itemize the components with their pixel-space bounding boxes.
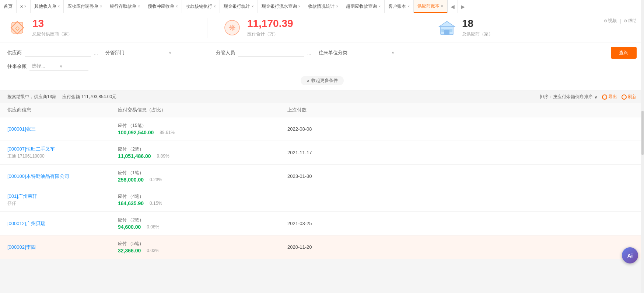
chevron-down-icon: ∨ (594, 94, 598, 100)
supplier-cell: [000012]广州贝瑞 (7, 220, 118, 227)
close-icon[interactable]: × (138, 4, 140, 8)
nav-tab-3[interactable]: 3 × (17, 0, 31, 13)
lastpay-cell: 2022-08-08 (287, 126, 637, 132)
transaction-cell: 应付 （2笔） 11,051,486.00 9.89% (118, 146, 287, 159)
supplier-link[interactable]: [000012]广州贝瑞 (7, 221, 45, 226)
nav-tab-collection[interactable]: 收款核销执行 × (182, 0, 220, 13)
query-button[interactable]: 查询 (611, 47, 637, 59)
nav-next-button[interactable]: ▶ (458, 0, 468, 13)
close-icon[interactable]: × (24, 4, 27, 8)
close-icon[interactable]: × (252, 4, 254, 8)
filter-row-1: 供应商 ... 分管部门 ∨ 分管人员 ... 往来单位分类 ∨ 查询 (7, 47, 637, 59)
filter-supplier: 供应商 ... (7, 49, 98, 57)
nav-tab-prepay[interactable]: 预收冲应收单 × (144, 0, 182, 13)
last-pay-date: 2023-01-30 (287, 173, 312, 179)
refresh-button[interactable]: 刷新 (622, 94, 637, 100)
supplier-sub: 仔仔 (7, 200, 118, 207)
export-button[interactable]: 导出 (602, 94, 617, 100)
filter-row-2: 往来余额 选择... ∨ (7, 62, 637, 71)
result-actions: 排序：按应付余额倒序排序 ∨ 导出 刷新 (540, 94, 637, 100)
nav-tab-cash-flow[interactable]: 现金银行流水查询 × (258, 0, 305, 13)
collapse-button[interactable]: ∧ 收起更多条件 (301, 76, 344, 85)
close-icon[interactable]: × (298, 4, 301, 8)
stat-payable-suppliers: ◇ 13 总应付供应商（家） (7, 18, 207, 38)
lastpay-cell: 2021-03-25 (287, 221, 637, 226)
chevron-down-icon: ∨ (60, 64, 86, 68)
table-row[interactable]: [001]广州荣轩 仔仔 应付 （4笔） 164,635.90 0.15% (0, 188, 644, 212)
close-icon[interactable]: × (407, 4, 410, 8)
trans-label: 应付 （15笔） (118, 123, 287, 129)
supplier-link[interactable]: [000002]李四 (7, 244, 36, 250)
last-pay-date: 2020-11-20 (287, 244, 312, 250)
nav-tab-adjustment[interactable]: 应收应付调整单 × (64, 0, 106, 13)
table-row[interactable]: [000012]广州贝瑞 应付 （2笔） 94,600.00 0.08% 202… (0, 212, 644, 235)
table-header: 供应商信息 应付交易信息（占比） 上次付数 (0, 103, 644, 117)
nav-tab-bank-deposit[interactable]: 银行存取款单 × (106, 0, 144, 13)
balance-select[interactable]: 选择... ∨ (29, 62, 88, 71)
filter-category: 往来单位分类 ∨ (319, 49, 431, 56)
stats-bar: ◇ 13 总应付供应商（家） ❋ 11,170.39 应付合计（万） (0, 13, 644, 42)
close-icon[interactable]: × (176, 4, 178, 8)
help-link[interactable]: ⊙ 帮助 (624, 18, 637, 24)
supplier-sub: 王通 17106110000 (7, 153, 118, 159)
nav-tab-other-income[interactable]: 其他收入单 × (31, 0, 64, 13)
nav-tab-supplier-book[interactable]: 供应商账本 × (414, 0, 447, 13)
close-icon[interactable]: × (336, 4, 338, 8)
trans-amount: 32,366.00 (118, 248, 141, 254)
close-icon[interactable]: × (100, 4, 102, 8)
table-row[interactable]: [000100]本特勤油品有限公司 应付 （1笔） 258,000.00 0.2… (0, 165, 644, 188)
close-icon[interactable]: × (214, 4, 216, 8)
svg-rect-7 (444, 30, 449, 35)
svg-text:◇: ◇ (15, 25, 20, 31)
table-row[interactable]: [000001]张三 应付 （15笔） 100,092,540.00 89.61… (0, 117, 644, 141)
trans-percent: 0.15% (150, 201, 162, 206)
transaction-cell: 应付 （5笔） 32,366.00 0.03% (118, 241, 287, 254)
filter-balance: 往来余额 选择... ∨ (7, 62, 88, 71)
supplier-cell: [000100]本特勤油品有限公司 (7, 173, 118, 180)
trans-amount: 11,051,486.00 (118, 153, 151, 159)
nav-tab-customer-book[interactable]: 客户账本 × (385, 0, 414, 13)
trans-percent: 0.23% (150, 177, 162, 182)
collapse-row: ∧ 收起更多条件 (7, 74, 637, 87)
person-input[interactable] (238, 49, 304, 57)
dept-select[interactable]: ∨ (127, 49, 209, 56)
table-row[interactable]: [000007]恒旺二手叉车 王通 17106110000 应付 （2笔） 11… (0, 141, 644, 165)
trans-amount: 100,092,540.00 (118, 130, 154, 135)
trans-label: 应付 （2笔） (118, 146, 287, 152)
trans-percent: 89.61% (160, 130, 175, 135)
last-pay-date: 2021-11-17 (287, 150, 312, 155)
category-select[interactable]: ∨ (350, 49, 431, 56)
nav-prev-button[interactable]: ◀ (447, 0, 458, 13)
supplier-table: 供应商信息 应付交易信息（占比） 上次付数 [000001]张三 应付 （15笔… (0, 103, 644, 259)
nav-tab-overdue[interactable]: 超期应收款查询 × (342, 0, 385, 13)
supplier-cell: [000001]张三 (7, 126, 118, 132)
supplier-input[interactable] (25, 49, 91, 57)
transaction-cell: 应付 （1笔） 258,000.00 0.23% (118, 170, 287, 183)
close-icon[interactable]: × (441, 4, 443, 8)
nav-tab-home[interactable]: 首页 (0, 0, 17, 13)
supplier-cell: [000002]李四 (7, 244, 118, 251)
top-navigation: 首页 3 × 其他收入单 × 应收应付调整单 × 银行存取款单 × 预收冲应收单… (0, 0, 644, 13)
nav-tab-cash-stats[interactable]: 现金银行统计 × (220, 0, 258, 13)
table-row[interactable]: [000002]李四 应付 （5笔） 32,366.00 0.03% 2020-… (0, 235, 644, 259)
nav-tab-collection-stats[interactable]: 收款情况统计 × (304, 0, 342, 13)
diamond-icon: ◇ (7, 18, 27, 38)
lastpay-cell: 2021-11-17 (287, 150, 637, 155)
supplier-link[interactable]: [000100]本特勤油品有限公司 (7, 173, 69, 179)
close-icon[interactable]: × (378, 4, 381, 8)
supplier-cell: [000007]恒旺二手叉车 王通 17106110000 (7, 146, 118, 159)
top-right-links: ⊙ 视频 | ⊙ 帮助 (604, 18, 637, 24)
export-icon (602, 94, 607, 100)
stat-payable-amount: ❋ 11,170.39 应付合计（万） (207, 18, 422, 38)
filter-area: 供应商 ... 分管部门 ∨ 分管人员 ... 往来单位分类 ∨ 查询 (0, 42, 644, 91)
video-link[interactable]: ⊙ 视频 (604, 18, 617, 24)
supplier-link[interactable]: [000007]恒旺二手叉车 (7, 146, 55, 152)
scroll-thumb[interactable] (641, 111, 644, 155)
supplier-link[interactable]: [001]广州荣轩 (7, 193, 37, 199)
close-icon[interactable]: × (58, 4, 60, 8)
supplier-link[interactable]: [000001]张三 (7, 126, 36, 132)
sort-select[interactable]: 排序：按应付余额倒序排序 ∨ (540, 94, 598, 100)
filter-dept: 分管部门 ∨ (105, 49, 209, 56)
lastpay-cell: 2020-11-20 (287, 244, 637, 250)
scrollbar[interactable] (641, 0, 644, 259)
